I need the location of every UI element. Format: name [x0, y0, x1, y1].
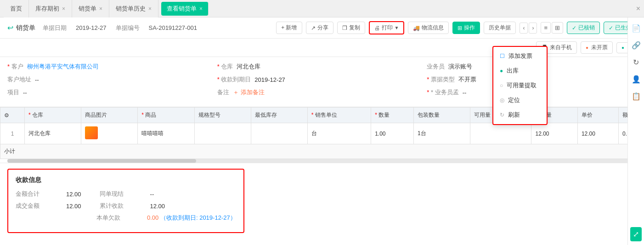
share-label: 分享 [317, 24, 328, 32]
product-image [85, 126, 98, 139]
col-settings[interactable]: ⚙ [0, 108, 25, 123]
not-open-button[interactable]: 未开票 [581, 41, 613, 54]
horizontal-scrollbar[interactable] [7, 159, 637, 163]
col-product: * 商品 [138, 108, 194, 123]
menu-item-add-invoice[interactable]: ☐ 添加发票 [493, 49, 547, 63]
sidebar-user-icon[interactable]: 👤 [629, 72, 644, 86]
total-amount-label: 金额合计 [16, 190, 48, 198]
tab-sales-order[interactable]: 销货单 × [72, 0, 109, 17]
cancelled-label: 已核销 [578, 24, 595, 32]
logistics-icon: 🚚 [413, 25, 420, 31]
tab-inventory-label: 库存期初 [35, 5, 59, 13]
logistics-label: 物流信息 [422, 24, 444, 32]
tab-home[interactable]: 首页 [4, 0, 29, 17]
logistics-button[interactable]: 🚚 物流信息 [408, 22, 449, 34]
locate-icon: ◎ [500, 97, 504, 103]
new-button[interactable]: + 新增 [276, 22, 302, 34]
doc-title: ↩ 销货单 [7, 23, 35, 32]
print-label: 打印 [382, 24, 393, 32]
cumulative-collection-label: 累计收款 [100, 202, 132, 210]
tab-home-label: 首页 [10, 5, 22, 13]
prev-button[interactable]: ‹ [520, 23, 528, 34]
sidebar-refresh-icon[interactable]: ↻ [630, 55, 642, 69]
add-note-icon: ＋ [233, 88, 239, 97]
col-sales-unit: * 销售单位 [307, 108, 371, 123]
grid-view-icon[interactable]: ⊞ [552, 22, 563, 34]
note-label: 备注 [217, 88, 229, 97]
copy-icon: ❐ [342, 25, 347, 31]
sidebar-doc-icon[interactable]: 📄 [629, 21, 644, 35]
customer-value[interactable]: 柳州粤港平安气体有限公司 [27, 63, 99, 71]
next-button[interactable]: › [529, 23, 537, 34]
share-button[interactable]: ↗ 分享 [306, 22, 333, 34]
payment-due-label: 收款到期日 [217, 75, 251, 84]
main-content: ↩ 销货单 单据日期 2019-12-27 单据编号 SA-20191227-0… [0, 17, 644, 245]
add-note-btn[interactable]: ＋ 添加备注 [233, 88, 265, 97]
tab-inventory-start[interactable]: 库存期初 × [29, 0, 72, 17]
tab-sales-close[interactable]: × [99, 6, 102, 12]
scroll-thumb[interactable] [7, 159, 196, 163]
employee-label: 业务员 [427, 63, 445, 71]
customer-field: 客户 柳州粤港平安气体有限公司 [7, 63, 217, 71]
payment-row-2: 成交金额 12.00 累计收款 12.00 [16, 202, 236, 210]
tab-sales-history-close[interactable]: × [148, 6, 152, 12]
cancelled-status: ✓ 已核销 [567, 22, 600, 34]
arrears-amount: 0.00 [147, 214, 158, 221]
warehouse-label: 仓库 [217, 63, 233, 71]
refresh-icon: ↻ [500, 112, 504, 118]
tab-view-sales-close[interactable]: × [199, 6, 203, 12]
menu-item-outbound[interactable]: ● 出库 [493, 63, 547, 78]
col-quantity: * 数量 [371, 108, 414, 123]
table-row: 1 河北仓库 嘻嘻嘻嘻 台 1.00 1台 12.00 12.00 0. [0, 123, 644, 144]
doc-number-label: 单据编号 [116, 24, 140, 32]
subtotal-label: 小计 [0, 144, 644, 159]
print-dropdown-icon: ▼ [395, 25, 399, 30]
sidebar-expand-icon[interactable]: ⤢ [630, 227, 642, 241]
tab-sales-history[interactable]: 销货单历史 × [109, 0, 158, 17]
outbound-label: 出库 [507, 67, 519, 75]
ticket-type-label: 票据类型 [427, 75, 455, 84]
print-button[interactable]: 🖨 打印 ▼ [369, 21, 405, 34]
copy-button[interactable]: ❐ 复制 [337, 22, 365, 34]
col-product-img: 商品图片 [81, 108, 138, 123]
share-icon: ↗ [311, 25, 316, 31]
menu-item-refresh[interactable]: ↻ 刷新 [493, 108, 547, 122]
tab-close-all[interactable]: × [636, 5, 640, 13]
nav-arrows: ‹ › [520, 23, 537, 34]
doc-number-value: SA-20191227-001 [149, 24, 198, 31]
sidebar-clipboard-icon[interactable]: 📋 [629, 89, 644, 103]
row-quantity: 1.00 [371, 123, 414, 144]
row-warehouse: 河北仓库 [25, 123, 81, 144]
address-label: 客户地址 [7, 75, 31, 84]
operation-label: 操作 [464, 24, 475, 32]
history-button[interactable]: 历史单据 [484, 22, 516, 34]
payment-due-value: 2019-12-27 [254, 76, 285, 83]
tab-view-sales-label: 查看销货单 [167, 5, 197, 13]
project-value: -- [23, 89, 27, 96]
sales-employee-label: * 业务员孟 [427, 88, 458, 97]
payment-row-3: 占位 占位 本单欠款 0.00 （收款到期日: 2019-12-27） [16, 214, 236, 222]
col-model: 规格型号 [194, 108, 251, 123]
right-sidebar: 📄 🔗 ↻ 👤 📋 ⤢ [627, 17, 644, 245]
view-icons: ≡ ⊞ [541, 22, 563, 34]
menu-item-locate[interactable]: ◎ 定位 [493, 93, 547, 108]
row-min-stock [251, 123, 307, 144]
tab-view-sales[interactable]: 查看销货单 × [161, 2, 209, 16]
menu-item-available-qty[interactable]: ○ 可用量提取 [493, 78, 547, 93]
row-settings[interactable]: 1 [0, 123, 25, 144]
total-amount-value: 12.00 [66, 191, 81, 198]
col-min-stock: 最低库存 [251, 108, 307, 123]
current-arrears-value: 0.00 （收款到期日: 2019-12-27） [147, 214, 236, 222]
add-invoice-label: 添加发票 [508, 52, 532, 60]
operation-button[interactable]: ⊞ 操作 [452, 22, 480, 34]
from-phone-label: 来自手机 [550, 44, 572, 51]
subtotal-row: 小计 [0, 144, 644, 159]
list-view-icon[interactable]: ≡ [541, 22, 551, 34]
payment-title: 收款信息 [16, 176, 236, 184]
history-label: 历史单据 [489, 24, 511, 32]
doc-date-label: 单据日期 [43, 24, 67, 32]
row-model [194, 123, 251, 144]
sidebar-link-icon[interactable]: 🔗 [629, 38, 644, 52]
tab-inventory-close[interactable]: × [62, 6, 65, 12]
transaction-amount-value: 12.00 [66, 203, 81, 210]
